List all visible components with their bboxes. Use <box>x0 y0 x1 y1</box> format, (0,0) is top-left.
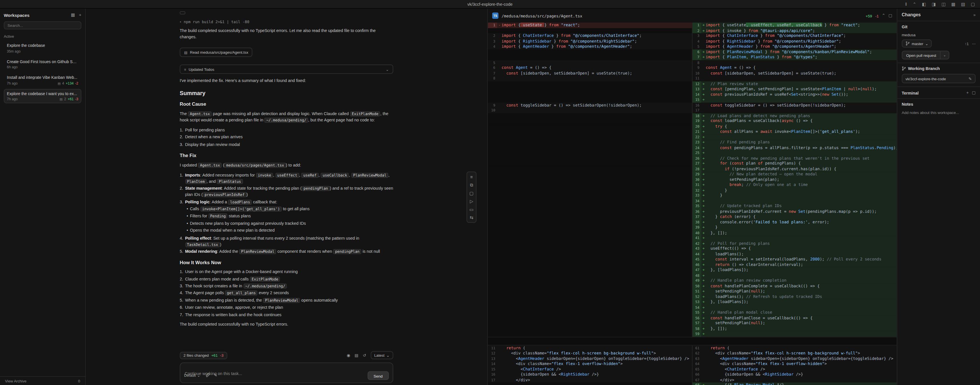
kanban-view-icon[interactable]: ▦ <box>71 13 75 18</box>
old-line-number <box>488 54 497 60</box>
eye-icon[interactable]: ◉ <box>347 353 350 358</box>
old-line-code: <ChatInterface /> <box>502 366 692 372</box>
search-box[interactable] <box>4 21 81 29</box>
grid-layout-icon[interactable]: ▦ <box>951 2 955 6</box>
workspace-item[interactable]: Explore the codebase35m ago <box>4 41 81 56</box>
changes-panel: Changes » Git medusa master ⌄ ↑1 ⋯ <box>897 9 980 385</box>
new-line-marker: + <box>702 272 706 278</box>
expand-terminal-icon[interactable]: ▢ <box>972 90 975 95</box>
new-line-code: const Agent = () => { <box>706 65 897 70</box>
collapse-panel-icon[interactable]: » <box>974 13 976 17</box>
pause-icon[interactable]: ‖ <box>905 2 907 6</box>
view-archive-link[interactable]: View Archive <box>5 379 27 383</box>
diff-row: 51+ setPendingPlan(null); <box>488 288 897 294</box>
new-line-code: import { ChatInterface } from "@/compone… <box>706 33 897 38</box>
lines-removed: -3 <box>220 353 224 357</box>
heading: Summary <box>180 90 393 96</box>
file-read-chip[interactable]: ▤Read medusa/src/pages/Agent.tsx <box>180 48 253 57</box>
old-line-marker <box>497 187 501 193</box>
square-layout-icon[interactable]: ▢ <box>971 2 975 6</box>
inline-code: loadPlans <box>228 199 252 205</box>
new-line-number: 10 <box>692 70 702 76</box>
updated-todos-row[interactable]: ≡Updated Todos⌄ <box>180 65 393 74</box>
chevron-up-icon[interactable]: ⌃ <box>913 2 916 6</box>
monitor-icon[interactable]: ▭ <box>469 207 474 212</box>
mode-dropdown[interactable]: Default ⌄ <box>184 374 200 377</box>
branch-selector[interactable]: master ⌄ <box>902 40 932 48</box>
old-line-marker <box>497 331 501 336</box>
working-branch-field[interactable]: ✎ <box>902 74 976 83</box>
expand-diff-icon[interactable]: ▢ <box>889 13 892 18</box>
old-line-marker <box>497 28 501 33</box>
bold-text: Polling effect <box>185 236 211 240</box>
new-line-code: <div className="flex flex-1 overflow-hid… <box>706 361 897 367</box>
list-icon[interactable]: ▤ <box>355 353 358 358</box>
diff-row: 20+ try { <box>488 124 897 129</box>
diff-body[interactable]: 1-import { useState } from "react";1+imp… <box>488 22 897 385</box>
open-pull-request-button[interactable]: Open pull request ⌄ <box>902 51 949 60</box>
old-line-number <box>488 320 497 326</box>
new-workspace-icon[interactable]: + <box>79 13 81 18</box>
diff-row: 27+ for (const plan of pendingPlans) { <box>488 161 897 166</box>
old-line-code <box>502 204 692 209</box>
panel-right-icon[interactable]: ◨ <box>932 2 936 6</box>
new-line-code: loadPlans(); <box>706 251 897 257</box>
conversation[interactable]: ●npm run build 2>&1 | tail -80The build … <box>86 9 487 350</box>
old-line-marker <box>497 361 501 367</box>
old-line-code <box>502 283 692 289</box>
rows-layout-icon[interactable]: ▤ <box>961 2 966 6</box>
workspace-item[interactable]: Explore the codebase I want you to ex...… <box>4 89 81 103</box>
new-line-code: return () => clearInterval(interval); <box>706 262 897 267</box>
chevron-down-icon[interactable]: ⌄ <box>386 67 389 72</box>
diff-file-header[interactable]: TS /medusa/medusa/src/pages/Agent.tsx +5… <box>488 9 897 22</box>
diff-added-count: +59 <box>865 13 872 18</box>
new-line-code: useEffect(() => { <box>706 246 897 251</box>
collapse-file-icon[interactable]: ⌃ <box>882 13 885 18</box>
diff-row: 4import { AgentHeader } from "@/componen… <box>488 44 897 49</box>
edit-icon[interactable]: ✎ <box>214 373 218 378</box>
working-branch-input[interactable] <box>905 76 967 80</box>
notes-placeholder[interactable]: Add notes about this workspace... <box>902 110 976 115</box>
old-line-marker <box>497 156 501 161</box>
new-line-marker: + <box>702 310 706 315</box>
diff-row: 30+ setPendingPlan(plan); <box>488 177 897 182</box>
git-compare-icon[interactable]: ⇆ <box>470 215 473 221</box>
run-icon[interactable]: ▷ <box>470 199 473 204</box>
version-dropdown[interactable]: Latest ⌄ <box>371 351 393 359</box>
new-terminal-icon[interactable]: + <box>966 90 969 95</box>
new-line-code: } <box>706 187 897 193</box>
panel-left-icon[interactable]: ◧ <box>922 2 926 6</box>
paragraph: The build completed successfully with no… <box>180 27 393 40</box>
files-changed-chip[interactable]: 2 files changed +61 -3 <box>180 352 227 359</box>
old-line-code <box>502 97 692 103</box>
list-item: 3.The hook script creates a file in ~/.m… <box>180 283 393 290</box>
chevron-down-icon[interactable]: ⌄ <box>940 51 948 59</box>
old-line-code <box>502 246 692 251</box>
old-line-number: 4 <box>488 44 497 49</box>
edit-branch-icon[interactable]: ✎ <box>969 76 972 81</box>
menu-icon[interactable]: ≡ <box>470 174 473 180</box>
new-line-marker: + <box>702 278 706 283</box>
search-input[interactable] <box>8 23 78 27</box>
old-line-code <box>502 220 692 225</box>
old-line-code <box>502 92 692 97</box>
old-line-marker <box>497 214 501 220</box>
send-button[interactable]: Send <box>368 371 389 380</box>
message-composer[interactable]: Default ⌄ ✎ Send <box>180 363 393 383</box>
terminal-command-row[interactable]: ●npm run build 2>&1 | tail -80 <box>180 19 393 24</box>
new-line-code: return ( <box>706 345 897 351</box>
diff-row: 39+ } <box>488 225 897 230</box>
workspace-item[interactable]: Create Good First Issues on Github So ..… <box>4 57 81 72</box>
new-line-marker: + <box>702 156 706 161</box>
inline-code: PlanReviewModal <box>239 249 276 255</box>
undo-icon[interactable]: ↺ <box>363 353 366 358</box>
old-line-number: 1 <box>488 22 497 28</box>
old-line-code <box>502 28 692 33</box>
new-line-number: 11 <box>692 76 702 81</box>
git-more-icon[interactable]: ⋯ <box>972 41 976 46</box>
stop-icon[interactable]: ▢ <box>469 190 474 196</box>
copy-icon[interactable]: ⧉ <box>470 182 473 188</box>
attach-icon[interactable] <box>205 373 210 378</box>
workspace-item[interactable]: Install and integrate Vibe Kanban Web...… <box>4 73 81 88</box>
columns-layout-icon[interactable]: ◫ <box>942 2 946 6</box>
